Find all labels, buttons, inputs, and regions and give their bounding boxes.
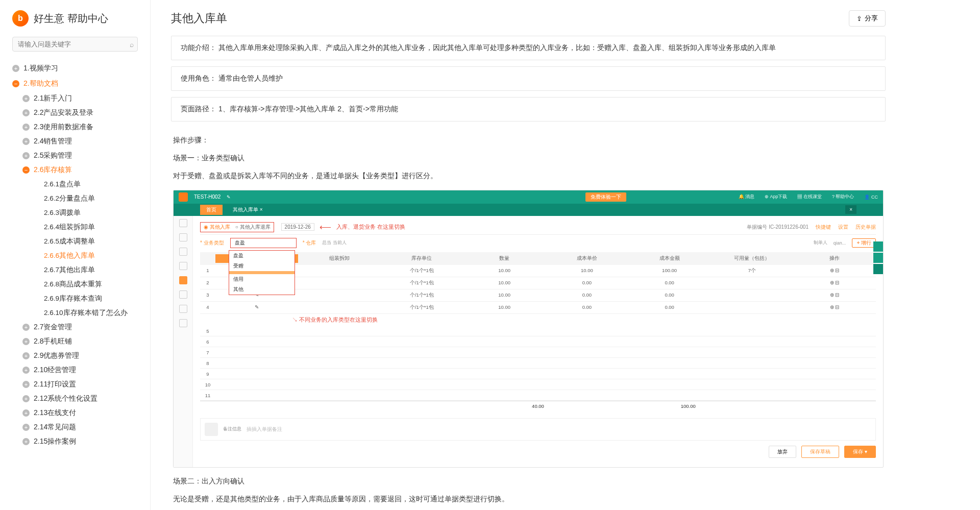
- ss-env: TEST-H002: [194, 194, 220, 200]
- main: 其他入库单 ⇪ 分享 功能介绍： 其他入库单用来处理除采购入库、产成品入库之外的…: [151, 0, 906, 510]
- search-icon[interactable]: ⌕: [130, 40, 134, 48]
- ss-tabs: 首页 其他入库单 × ×: [174, 204, 883, 216]
- scene2-p1: 无论是受赠，还是其他类型的业务，由于入库商品质量等原因，需要退回，这时可通过单据…: [173, 493, 884, 505]
- nav-leaf[interactable]: 2.6.4组装拆卸单: [44, 220, 138, 234]
- ss-link-app: ⊕ App下载: [765, 193, 787, 200]
- ss-total-amt: 100.00: [651, 403, 726, 409]
- role-text: 通常由仓管人员维护: [218, 74, 283, 82]
- ss-maker-label: 制单人: [814, 239, 827, 246]
- ss-remark: 备注信息 插插入单据备注: [200, 418, 876, 441]
- rail-icon: [179, 290, 187, 299]
- nav-item[interactable]: +1.视频学习: [12, 61, 138, 76]
- intro-label: 功能介绍：: [181, 43, 216, 52]
- nav: +1.视频学习−2.帮助文档+2.1新手入门+2.2产品安装及登录+2.3使用前…: [12, 61, 138, 449]
- nav-item[interactable]: +2.12系统个性化设置: [22, 392, 138, 406]
- nav-item[interactable]: +2.14常见问题: [22, 420, 138, 434]
- ss-link-course: ▦ 在线课堂: [797, 193, 822, 200]
- ss-wh-label: * 仓库: [303, 239, 316, 247]
- nav-leaf[interactable]: 2.6.7其他出库单: [44, 263, 138, 277]
- path-text: 1、库存核算->库存管理->其他入库单 2、首页->常用功能: [218, 105, 398, 113]
- nav-item[interactable]: +2.10经营管理: [22, 363, 138, 377]
- search-wrap: ⌕: [12, 37, 138, 52]
- nav-leaf[interactable]: 2.6.2分量盘点单: [44, 191, 138, 206]
- nav-item[interactable]: +2.15操作案例: [22, 434, 138, 449]
- scene1-title: 场景一：业务类型确认: [173, 152, 884, 164]
- sidebar: b 好生意 帮助中心 ⌕ +1.视频学习−2.帮助文档+2.1新手入门+2.2产…: [0, 0, 151, 510]
- search-input[interactable]: [12, 37, 138, 52]
- ss-docno: 单据编号 IC-20191226-001: [747, 224, 808, 231]
- nav-item[interactable]: +2.7资金管理: [22, 320, 138, 334]
- ss-content: ◉ 其他入库 ○ 其他入库退库 2019-12-26 ⟵ 入库、退货业务 在这里…: [193, 216, 883, 467]
- ss-date: 2019-12-26: [281, 223, 314, 231]
- ss-type-switch: ◉ 其他入库 ○ 其他入库退库: [200, 222, 274, 232]
- rail-icon: [179, 248, 187, 256]
- nav-item[interactable]: +2.13在线支付: [22, 406, 138, 420]
- info-box-intro: 功能介绍： 其他入库单用来处理除采购入库、产成品入库之外的其他入库业务，因此其他…: [171, 36, 886, 60]
- rail-icon: [179, 233, 187, 241]
- ss-tab-close: ×: [845, 205, 856, 214]
- nav-leaf[interactable]: 2.6.6其他入库单: [44, 249, 138, 263]
- ss-addrow: + 增行: [852, 238, 876, 248]
- nav-item[interactable]: +2.2产品安装及登录: [22, 106, 138, 120]
- embedded-screenshot: TEST-H002 ✎ 免费体验一下 🔔 消息 ⊕ App下载 ▦ 在线课堂 ?…: [173, 190, 884, 468]
- nav-item[interactable]: −2.6库存核算: [22, 163, 138, 177]
- page-title: 其他入库单: [171, 11, 227, 26]
- nav-leaf[interactable]: 2.6.3调拨单: [44, 206, 138, 220]
- ss-actions: 放弃 保存草稿 保存 ▾: [200, 441, 876, 463]
- ss-save: 保存 ▾: [844, 446, 876, 458]
- ss-tool-shortcut: 快捷键: [816, 224, 831, 231]
- ss-tool-setting: 设置: [838, 224, 848, 231]
- nav-leaf[interactable]: 2.6.8商品成本重算: [44, 277, 138, 292]
- ss-table: 请选择...组装拆卸库存单位数量成本单价成本金额可用量（包括）操作 1✎个/1个…: [200, 252, 876, 411]
- ss-link-msg: 🔔 消息: [739, 193, 755, 200]
- share-icon: ⇪: [856, 15, 862, 22]
- header-row: 其他入库单 ⇪ 分享: [171, 10, 886, 27]
- ss-biz-label: * 业务类型: [200, 239, 224, 247]
- rail-icon: [179, 262, 187, 270]
- ss-user: 👤 CC: [864, 195, 878, 200]
- logo-row: b 好生意 帮助中心: [12, 10, 138, 27]
- ss-brand-icon: [179, 192, 188, 202]
- info-box-path: 页面路径： 1、库存核算->库存管理->其他入库单 2、首页->常用功能: [171, 97, 886, 122]
- ss-tab-doc: 其他入库单 ×: [228, 205, 268, 215]
- arrow-icon: ⟵: [320, 222, 331, 232]
- ss-total-qty: 40.00: [500, 403, 575, 409]
- site-title: 好生意 帮助中心: [34, 12, 108, 26]
- rail-icon: [179, 319, 187, 327]
- path-label: 页面路径：: [181, 105, 216, 113]
- ss-left-rail: [174, 216, 193, 467]
- share-button[interactable]: ⇪ 分享: [849, 10, 886, 27]
- scene1-desc: 对于受赠、盘盈或是拆装入库等不同的业务，是通过单据头【业务类型】进行区分。: [173, 169, 884, 182]
- nav-item[interactable]: +2.4销售管理: [22, 134, 138, 149]
- role-label: 使用角色：: [181, 74, 216, 82]
- nav-leaf[interactable]: 2.6.5成本调整单: [44, 234, 138, 249]
- ss-trial-button: 免费体验一下: [585, 192, 626, 202]
- ss-link-help: ? 帮助中心: [832, 193, 854, 200]
- nav-item[interactable]: −2.帮助文档: [12, 76, 138, 91]
- nav-item[interactable]: +2.11打印设置: [22, 377, 138, 392]
- nav-item[interactable]: +2.9优惠券管理: [22, 349, 138, 363]
- rail-icon: [179, 305, 187, 313]
- nav-item[interactable]: +2.3使用前数据准备: [22, 120, 138, 134]
- nav-leaf[interactable]: 2.6.9库存账本查询: [44, 292, 138, 306]
- nav-item[interactable]: +2.1新手入门: [22, 91, 138, 106]
- ss-annot2: 不同业务的入库类型在这里切换: [200, 314, 876, 326]
- ss-cancel: 放弃: [769, 446, 796, 458]
- rail-icon: [179, 219, 187, 227]
- intro-text: 其他入库单用来处理除采购入库、产成品入库之外的其他入库业务，因此其他入库单可处理…: [218, 43, 776, 52]
- ss-tool-history: 历史单据: [855, 224, 876, 231]
- info-box-role: 使用角色： 通常由仓管人员维护: [171, 66, 886, 91]
- nav-item[interactable]: +2.8手机旺铺: [22, 334, 138, 349]
- remark-icon: [205, 423, 218, 436]
- ss-topbar: TEST-H002 ✎ 免费体验一下 🔔 消息 ⊕ App下载 ▦ 在线课堂 ?…: [174, 190, 883, 204]
- nav-item[interactable]: +2.5采购管理: [22, 149, 138, 163]
- nav-leaf[interactable]: 2.6.10库存账本错了怎么办: [44, 306, 138, 320]
- steps-heading: 操作步骤：: [173, 134, 884, 147]
- nav-leaf[interactable]: 2.6.1盘点单: [44, 177, 138, 191]
- rail-icon-active: [179, 276, 187, 284]
- ss-dropdown-panel: 盘盈受赠借用其他: [229, 250, 295, 295]
- ss-annot1: 入库、退货业务 在这里切换: [336, 223, 405, 231]
- ss-tab-home: 首页: [200, 205, 223, 215]
- scene2-title: 场景二：出入方向确认: [173, 475, 884, 488]
- ss-draft: 保存草稿: [801, 446, 839, 458]
